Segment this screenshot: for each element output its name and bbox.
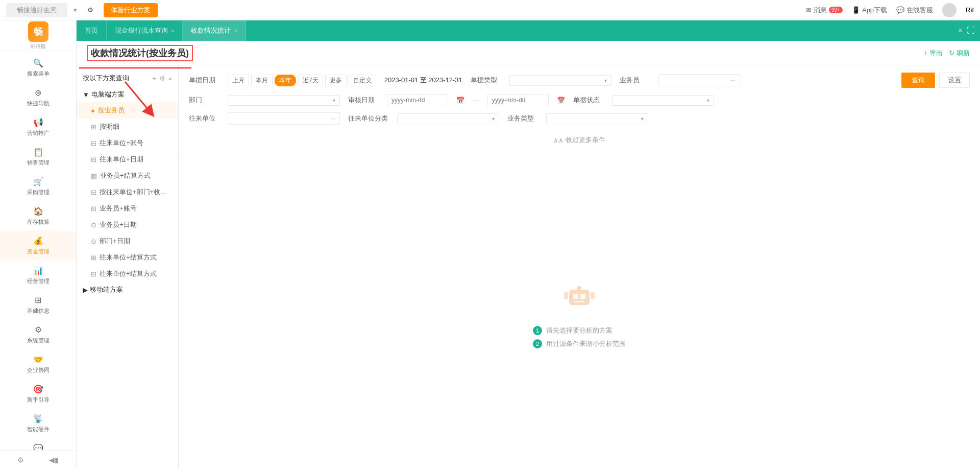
top-bar: 畅捷通好生意 ▾ ⚙ 体验行业方案 ✉ 消息 99+ 📱 App下载 💬 在线客… bbox=[0, 0, 980, 20]
sidebar-item-search[interactable]: 🔍 搜索菜单 bbox=[0, 53, 76, 83]
type-label: 单据类型 bbox=[471, 76, 501, 85]
sidebar-item-hardware[interactable]: 📡 智能硬件 bbox=[0, 409, 76, 438]
sidebar-item-sales[interactable]: 📋 销售管理 bbox=[0, 142, 76, 172]
sidebar-items: 🔍 搜索菜单 ⊕ 快捷导航 📢 营销推广 📋 销售管理 🛒 采购管理 🏠 bbox=[0, 51, 76, 450]
sidebar-item-wechat[interactable]: 💬 企业微信 bbox=[0, 438, 76, 450]
plan-item-dept-date[interactable]: ⊙ 部门+日期 bbox=[77, 233, 178, 249]
unit-more-icon[interactable]: ··· bbox=[330, 115, 335, 122]
sidebar-item-newguide[interactable]: 🎯 新手引导 bbox=[0, 379, 76, 409]
dept-select[interactable]: ▾ bbox=[228, 95, 340, 106]
sidebar-item-marketing[interactable]: 📢 营销推广 bbox=[0, 112, 76, 142]
user-name[interactable]: Rit bbox=[966, 6, 974, 14]
dept-select-arrow: ▾ bbox=[333, 98, 335, 103]
app-download-button[interactable]: 📱 App下载 bbox=[852, 6, 887, 15]
sidebar-item-basic[interactable]: ⊞ 基础信息 bbox=[0, 290, 76, 320]
status-select[interactable]: ▾ bbox=[612, 95, 714, 106]
calendar-from-icon[interactable]: 📅 bbox=[456, 97, 464, 104]
tab-home-label: 首页 bbox=[85, 26, 98, 35]
tab-fullscreen-icon[interactable]: ⛶ bbox=[967, 26, 975, 35]
plan-item-unit-settle1-icon: ⊞ bbox=[91, 254, 96, 262]
sidebar-item-business[interactable]: 📊 经营管理 bbox=[0, 261, 76, 290]
tab-bar-actions: × ⛶ bbox=[958, 26, 980, 35]
wechat-icon: 💬 bbox=[33, 443, 43, 450]
tab-bank-close-icon[interactable]: × bbox=[171, 28, 174, 34]
collapse-bar[interactable]: ∧∧ 收起更多条件 bbox=[189, 131, 970, 149]
export-icon: ↑ bbox=[924, 49, 928, 57]
type-select[interactable]: ▾ bbox=[509, 75, 611, 86]
plan-item-unit-account[interactable]: ⊟ 往来单位+账号 bbox=[77, 135, 178, 151]
plan-item-by-staff[interactable]: ● 按业务员 bbox=[77, 102, 178, 119]
message-icon: ✉ bbox=[806, 6, 812, 14]
search-icon: 🔍 bbox=[33, 58, 43, 68]
avatar[interactable] bbox=[942, 3, 957, 17]
plan-group-mobile-header[interactable]: ▶ 移动端方案 bbox=[77, 282, 178, 297]
settings-button[interactable]: 设置 bbox=[939, 73, 970, 88]
plan-group-desktop-header[interactable]: ▼ 电脑端方案 bbox=[77, 87, 178, 102]
date-btn-last-month[interactable]: 上月 bbox=[228, 75, 249, 86]
calendar-to-icon[interactable]: 📅 bbox=[557, 97, 565, 104]
content-area: 首页 现金银行流水查询 × 收款情况统计 × × ⛶ 收款情况统计(按业务员) … bbox=[77, 20, 980, 469]
plan-group-mobile-label: 移动端方案 bbox=[90, 285, 123, 294]
page-header-actions: ↑ 导出 ↻ 刷新 bbox=[924, 49, 970, 58]
refresh-button[interactable]: ↻ 刷新 bbox=[949, 49, 970, 58]
plan-item-staff-date[interactable]: ⊙ 业务员+日期 bbox=[77, 217, 178, 233]
service-icon: 💬 bbox=[896, 6, 904, 14]
sidebar-item-purchase[interactable]: 🛒 采购管理 bbox=[0, 172, 76, 201]
plan-item-staff-account-icon: ⊟ bbox=[91, 205, 96, 213]
sidebar-item-inventory[interactable]: 🏠 库存核算 bbox=[0, 201, 76, 231]
sidebar-item-finance[interactable]: 💰 资金管理 bbox=[0, 231, 76, 261]
query-button[interactable]: 查询 bbox=[901, 73, 935, 88]
business-icon: 📊 bbox=[33, 266, 43, 275]
tab-home[interactable]: 首页 bbox=[77, 20, 107, 41]
left-panel-title: 按以下方案查询 bbox=[83, 74, 129, 83]
plan-item-unit-account-label: 往来单位+账号 bbox=[100, 138, 143, 148]
staff-select[interactable]: ··· bbox=[658, 74, 740, 86]
trial-button[interactable]: 体验行业方案 bbox=[104, 3, 158, 17]
date-btn-more[interactable]: 更多 bbox=[325, 75, 347, 86]
tip-1-num: 1 bbox=[533, 326, 542, 335]
plan-item-by-staff-icon: ● bbox=[91, 107, 95, 114]
unit-select[interactable]: ··· bbox=[228, 112, 340, 125]
expand-mobile-icon: ▶ bbox=[83, 286, 88, 294]
empty-tips: 1 请先选择要分析的方案 2 用过滤条件来缩小分析范围 bbox=[533, 326, 626, 348]
tab-collection-close-icon[interactable]: × bbox=[234, 28, 237, 34]
plan-item-by-staff-label: 按业务员 bbox=[98, 106, 125, 115]
settings-bottom-icon[interactable]: ⚙ bbox=[17, 456, 24, 464]
gear-icon[interactable]: ⚙ bbox=[83, 3, 97, 17]
date-btn-custom[interactable]: 自定义 bbox=[349, 75, 376, 86]
setting-plan-icon[interactable]: ⚙ bbox=[159, 75, 165, 82]
date-btn-this-month[interactable]: 本月 bbox=[251, 75, 273, 86]
collapse-sidebar-icon[interactable]: ◀▮ bbox=[49, 456, 59, 464]
tab-bank[interactable]: 现金银行流水查询 × bbox=[107, 20, 183, 41]
tab-close-all-icon[interactable]: × bbox=[958, 26, 963, 35]
online-service-button[interactable]: 💬 在线客服 bbox=[896, 6, 933, 15]
plan-item-unit-settle1[interactable]: ⊞ 往来单位+结算方式 bbox=[77, 249, 178, 266]
staff-more-icon[interactable]: ··· bbox=[730, 77, 736, 84]
collapse-panel-icon[interactable]: « bbox=[168, 75, 172, 82]
plan-item-staff-account[interactable]: ⊟ 业务员+账号 bbox=[77, 200, 178, 217]
plan-item-by-detail[interactable]: ⊞ 按明细 bbox=[77, 119, 178, 135]
plan-item-unit-date[interactable]: ⊟ 往来单位+日期 bbox=[77, 151, 178, 168]
tab-collection[interactable]: 收款情况统计 × bbox=[183, 20, 246, 41]
sidebar-item-quicknav[interactable]: ⊕ 快捷导航 bbox=[0, 83, 76, 112]
date-btn-7days[interactable]: 近7天 bbox=[298, 75, 323, 86]
svg-rect-4 bbox=[577, 286, 581, 290]
sidebar-logo: 畅 标准版 bbox=[0, 20, 76, 51]
unit-category-select[interactable]: ▾ bbox=[397, 113, 499, 124]
plan-item-unit-dept-collect[interactable]: ⊟ 按往来单位+部门+收... bbox=[77, 184, 178, 200]
status-select-arrow: ▾ bbox=[707, 98, 709, 103]
biz-type-select[interactable]: ▾ bbox=[546, 113, 648, 124]
audit-from-input[interactable] bbox=[387, 94, 448, 106]
dropdown-arrow-icon[interactable]: ▾ bbox=[74, 6, 77, 14]
right-content: 单据日期 上月 本月 本年 近7天 更多 自定义 2023-01-01 至 bbox=[179, 65, 980, 469]
date-btn-this-year[interactable]: 本年 bbox=[275, 75, 296, 86]
sidebar-item-enterprise[interactable]: 🤝 企业协同 bbox=[0, 349, 76, 379]
sidebar-item-system[interactable]: ⚙ 系统管理 bbox=[0, 320, 76, 349]
add-plan-icon[interactable]: + bbox=[152, 75, 156, 82]
plan-item-dept-date-icon: ⊙ bbox=[91, 238, 96, 245]
messages-button[interactable]: ✉ 消息 99+ bbox=[806, 6, 843, 15]
export-button[interactable]: ↑ 导出 bbox=[924, 49, 943, 58]
audit-to-input[interactable] bbox=[487, 94, 549, 106]
plan-item-staff-settle[interactable]: ▦ 业务员+结算方式 bbox=[77, 168, 178, 184]
plan-item-unit-settle2[interactable]: ⊟ 往来单位+结算方式 bbox=[77, 266, 178, 282]
